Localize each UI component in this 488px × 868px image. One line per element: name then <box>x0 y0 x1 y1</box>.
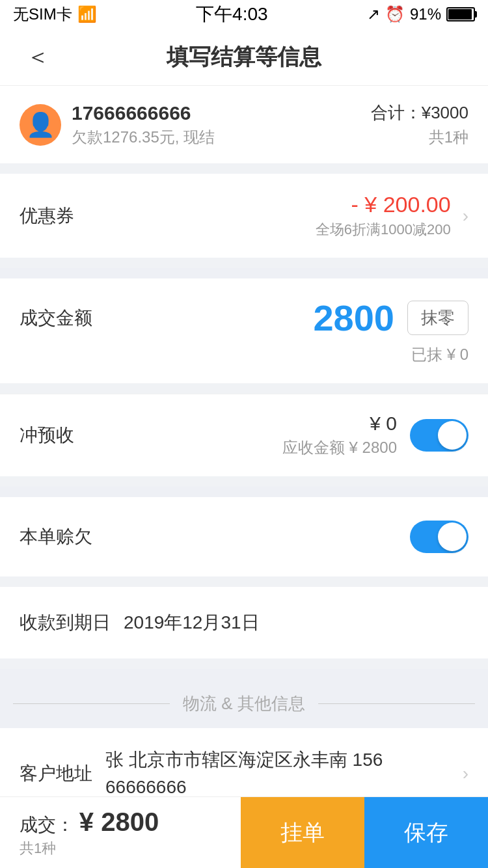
coupon-desc: 全场6折满1000减200 <box>316 220 451 239</box>
address-chevron-icon: › <box>463 763 468 784</box>
coupon-info: - ¥ 200.00 全场6折满1000减200 <box>316 192 451 239</box>
gray-spacer-2 <box>0 487 488 497</box>
nav-title: 填写结算等信息 <box>167 42 321 72</box>
save-button[interactable]: 保存 <box>364 797 488 869</box>
debt-toggle[interactable] <box>410 521 468 553</box>
amount-value: 2800 <box>313 297 394 339</box>
battery-percent: 91% <box>410 5 441 23</box>
transaction-section: 成交金额 2800 抹零 已抹 ¥ 0 <box>0 278 488 383</box>
coupon-row[interactable]: 优惠券 - ¥ 200.00 全场6折满1000减200 › <box>0 174 488 258</box>
round-zero-button[interactable]: 抹零 <box>407 301 468 335</box>
bottom-bar: 成交： ¥ 2800 共1种 挂单 保存 <box>0 796 488 868</box>
gray-spacer-3 <box>0 669 488 679</box>
no-sim-label: 无SIM卡 <box>13 4 72 25</box>
location-icon: ↗ <box>367 5 380 23</box>
amount-label: 成交金额 <box>20 306 92 331</box>
debt-label: 本单赊欠 <box>20 524 92 549</box>
status-left: 无SIM卡 📶 <box>13 4 97 25</box>
total-count: 共1种 <box>371 127 468 148</box>
customer-right: 合计：¥3000 共1种 <box>371 102 468 148</box>
prepay-amount: ¥ 0 <box>282 413 397 435</box>
status-right: ↗ ⏰ 91% <box>367 5 475 23</box>
bottom-info: 成交： ¥ 2800 共1种 <box>0 807 241 858</box>
nav-bar: ＜ 填写结算等信息 <box>0 29 488 86</box>
divider-label: 物流 & 其他信息 <box>183 692 305 715</box>
address-label: 客户地址 <box>20 761 92 786</box>
prepay-section: 冲预收 ¥ 0 应收金额 ¥ 2800 <box>0 394 488 476</box>
prepay-amount-block: ¥ 0 应收金额 ¥ 2800 <box>282 413 397 458</box>
coupon-label: 优惠券 <box>20 204 74 228</box>
bottom-amount-line: 成交： ¥ 2800 <box>20 807 221 837</box>
prepay-toggle-knob <box>438 421 467 450</box>
back-button[interactable]: ＜ <box>20 34 56 79</box>
coupon-right: - ¥ 200.00 全场6折满1000减200 › <box>316 192 468 239</box>
battery-icon <box>446 7 475 21</box>
divider-line-left <box>13 703 170 704</box>
prepay-toggle[interactable] <box>410 419 468 452</box>
hang-order-button[interactable]: 挂单 <box>241 797 364 869</box>
gray-spacer-1 <box>0 268 488 278</box>
avatar: 👤 <box>20 104 61 146</box>
customer-info: 17666666666 欠款1276.35元, 现结 <box>72 102 215 148</box>
due-date-label: 收款到期日 <box>20 610 111 635</box>
coupon-chevron-icon: › <box>463 206 468 226</box>
content: 👤 17666666666 欠款1276.35元, 现结 合计：¥3000 共1… <box>0 86 488 868</box>
due-date-row: 收款到期日 2019年12月31日 <box>0 587 488 658</box>
address-value: 张 北京市市辖区海淀区永丰南 156 66666666 <box>105 746 459 801</box>
customer-card: 👤 17666666666 欠款1276.35元, 现结 合计：¥3000 共1… <box>0 86 488 163</box>
coupon-section: 优惠券 - ¥ 200.00 全场6折满1000减200 › <box>0 174 488 258</box>
wifi-icon: 📶 <box>77 5 97 23</box>
divider-line-right <box>318 703 475 704</box>
customer-left: 👤 17666666666 欠款1276.35元, 现结 <box>20 102 215 148</box>
debt-row: 本单赊欠 <box>0 497 488 576</box>
bottom-count: 共1种 <box>20 839 221 858</box>
due-date-value: 2019年12月31日 <box>124 610 260 635</box>
prepay-row: 冲预收 ¥ 0 应收金额 ¥ 2800 <box>0 394 488 476</box>
avatar-icon: 👤 <box>26 111 55 139</box>
amount-right: 2800 抹零 <box>313 297 468 339</box>
amount-sub: 已抹 ¥ 0 <box>20 344 468 365</box>
divider-section: 物流 & 其他信息 <box>0 679 488 728</box>
customer-phone: 17666666666 <box>72 102 215 124</box>
status-time: 下午4:03 <box>196 2 268 27</box>
status-bar: 无SIM卡 📶 下午4:03 ↗ ⏰ 91% <box>0 0 488 29</box>
total-label: 合计：¥3000 <box>371 102 468 124</box>
bottom-amount: ¥ 2800 <box>79 807 159 836</box>
customer-debt: 欠款1276.35元, 现结 <box>72 127 215 148</box>
debt-toggle-knob <box>438 522 467 551</box>
prepay-sub: 应收金额 ¥ 2800 <box>282 437 397 458</box>
amount-row: 成交金额 2800 抹零 <box>20 297 468 339</box>
alarm-icon: ⏰ <box>385 5 405 23</box>
coupon-amount: - ¥ 200.00 <box>316 192 451 217</box>
bottom-amount-label: 成交： <box>20 815 74 835</box>
prepay-label: 冲预收 <box>20 423 74 448</box>
prepay-right: ¥ 0 应收金额 ¥ 2800 <box>282 413 468 458</box>
